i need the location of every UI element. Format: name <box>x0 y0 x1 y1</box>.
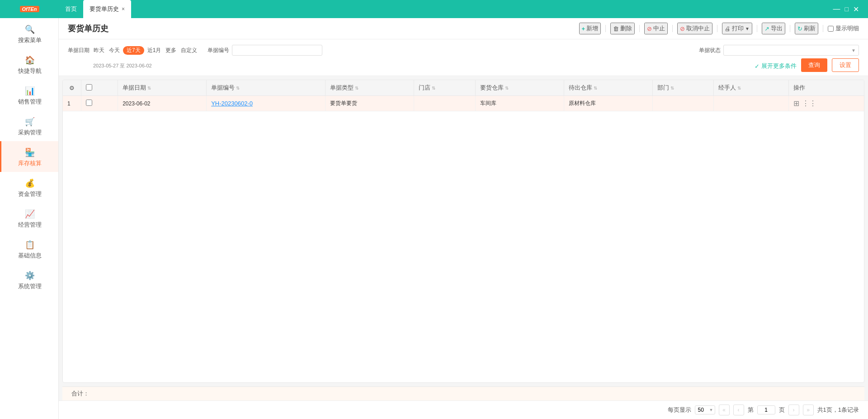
date-shortcut-today[interactable]: 今天 <box>108 46 121 55</box>
bill-no-filter-group: 单据编号 <box>208 45 322 56</box>
basic-info-icon: 📋 <box>25 240 35 250</box>
first-page-button[interactable]: « <box>719 405 730 415</box>
delete-button[interactable]: 🗑 删除 <box>610 23 635 34</box>
row-more-icon[interactable]: ⋮⋮ <box>802 99 816 108</box>
page-number-input[interactable] <box>757 405 775 414</box>
date-shortcut-more[interactable]: 更多 <box>164 46 178 55</box>
last-page-button[interactable]: » <box>803 405 814 415</box>
print-arrow-icon: ▼ <box>745 26 750 31</box>
minimize-icon[interactable]: — <box>833 5 840 13</box>
status-select-wrap: ▼ <box>723 45 859 56</box>
select-all-checkbox[interactable] <box>86 84 92 90</box>
th-bill-no[interactable]: 单据编号 ⇅ <box>207 80 326 96</box>
td-bill-type: 要货单要货 <box>326 96 414 111</box>
divider <box>672 25 673 32</box>
refresh-button[interactable]: ↻ 刷新 <box>795 23 818 34</box>
sidebar-item-label: 库存核算 <box>18 159 42 167</box>
sidebar-item-sales[interactable]: 📊 销售管理 <box>0 80 58 110</box>
query-button[interactable]: 查询 <box>801 58 827 72</box>
show-detail-toggle[interactable]: 显示明细 <box>828 24 859 33</box>
status-select[interactable] <box>724 45 859 55</box>
sidebar-item-label: 采购管理 <box>18 129 42 137</box>
main-table: ⚙ 单据日期 ⇅ 单据编号 <box>63 80 864 111</box>
date-shortcut-1month[interactable]: 近1月 <box>146 46 163 55</box>
th-store[interactable]: 门店 ⇅ <box>414 80 475 96</box>
sort-icon: ⇅ <box>594 86 597 90</box>
maximize-icon[interactable]: □ <box>845 5 849 13</box>
delete-icon: 🗑 <box>613 25 619 32</box>
td-ops: ⊞ ⋮⋮ <box>788 96 864 111</box>
sort-icon: ⇅ <box>355 86 359 90</box>
add-button[interactable]: + 新增 <box>579 23 601 34</box>
table-header-row: ⚙ 单据日期 ⇅ 单据编号 <box>63 80 864 96</box>
cancel-stop-button[interactable]: ⊘ 取消中止 <box>677 23 712 34</box>
th-ops: 操作 <box>788 80 864 96</box>
total-info: 共1页，1条记录 <box>817 406 859 414</box>
sort-icon: ⇅ <box>432 86 435 90</box>
bill-no-input[interactable] <box>232 45 322 56</box>
status-label: 单据状态 <box>699 47 721 54</box>
print-button[interactable]: 🖨 打印 ▼ <box>722 23 752 34</box>
prev-page-button[interactable]: ‹ <box>733 405 744 415</box>
sidebar-item-label: 经营管理 <box>18 221 42 229</box>
finance-icon: 💰 <box>25 178 35 188</box>
sidebar-item-label: 搜索菜单 <box>18 36 42 44</box>
stop-button[interactable]: ⊘ 中止 <box>644 23 668 34</box>
show-detail-checkbox[interactable] <box>828 26 834 32</box>
sidebar-item-inventory[interactable]: 🏪 库存核算 <box>0 141 58 172</box>
th-pending-warehouse[interactable]: 待出仓库 ⇅ <box>564 80 652 96</box>
th-date[interactable]: 单据日期 ⇅ <box>118 80 207 96</box>
refresh-icon: ↻ <box>797 25 802 32</box>
row-checkbox[interactable] <box>86 100 92 106</box>
sort-icon: ⇅ <box>670 86 674 90</box>
sort-icon: ⇅ <box>147 86 151 90</box>
settings-icon[interactable]: ⚙ <box>69 85 75 91</box>
th-bill-type[interactable]: 单据类型 ⇅ <box>326 80 414 96</box>
sidebar-item-label: 快捷导航 <box>18 67 42 75</box>
sales-icon: 📊 <box>25 86 35 96</box>
th-req-warehouse[interactable]: 要货仓库 ⇅ <box>475 80 564 96</box>
sidebar-item-operations[interactable]: 📈 经营管理 <box>0 203 58 233</box>
sidebar-item-search[interactable]: 🔍 搜索菜单 <box>0 18 58 49</box>
next-page-button[interactable]: › <box>788 405 799 415</box>
window-close-icon[interactable]: ✕ <box>853 5 859 14</box>
td-date: 2023-06-02 <box>118 96 207 111</box>
bill-no-label: 单据编号 <box>208 47 229 54</box>
table-row: 1 2023-06-02 YH-20230602-0 要货单要货 车间库 原材料… <box>63 96 864 111</box>
row-edit-icon[interactable]: ⊞ <box>793 99 799 108</box>
per-page-label: 每页显示 <box>668 406 691 414</box>
th-handler[interactable]: 经手人 ⇅ <box>713 80 788 96</box>
brand-name: OfTEn <box>20 6 39 12</box>
td-checkbox <box>81 96 118 111</box>
sidebar-item-label: 资金管理 <box>18 190 42 198</box>
date-shortcut-yesterday[interactable]: 昨天 <box>92 46 106 55</box>
tab-home[interactable]: 首页 <box>59 0 83 18</box>
sidebar-item-finance[interactable]: 💰 资金管理 <box>0 172 58 203</box>
per-page-select[interactable]: 20 50 100 200 <box>695 405 715 414</box>
sidebar-item-basic-info[interactable]: 📋 基础信息 <box>0 233 58 264</box>
sidebar-item-purchase[interactable]: 🛒 采购管理 <box>0 110 58 141</box>
td-dept <box>652 96 713 111</box>
export-button[interactable]: ↗ 导出 <box>762 23 785 34</box>
sidebar-item-label: 系统管理 <box>18 282 42 290</box>
sidebar-item-system[interactable]: ⚙️ 系统管理 <box>0 264 58 295</box>
th-dept[interactable]: 部门 ⇅ <box>652 80 713 96</box>
tab-requisition-history[interactable]: 要货单历史 × <box>83 0 131 18</box>
date-shortcut-custom[interactable]: 自定义 <box>179 46 198 55</box>
filter-area: 单据日期 昨天 今天 近7天 近1月 更多 自定义 单据编号 单据状态 <box>59 39 868 76</box>
settings-button[interactable]: 设置 <box>832 58 859 72</box>
bill-no-link[interactable]: YH-20230602-0 <box>211 100 253 107</box>
home-icon: 🏠 <box>25 55 35 65</box>
page-label: 第 <box>748 406 754 414</box>
close-tab-icon[interactable]: × <box>122 6 125 12</box>
td-store <box>414 96 475 111</box>
expand-more-button[interactable]: ✓ 展开更多条件 <box>755 62 797 70</box>
sidebar-item-shortcut[interactable]: 🏠 快捷导航 <box>0 49 58 80</box>
sidebar: 🔍 搜索菜单 🏠 快捷导航 📊 销售管理 🛒 采购管理 🏪 库存核算 💰 资金管… <box>0 18 59 419</box>
table-footer: 合计： <box>62 386 864 400</box>
th-settings[interactable]: ⚙ <box>63 80 81 96</box>
date-shortcut-7days[interactable]: 近7天 <box>123 46 144 55</box>
page-title: 要货单历史 <box>68 23 108 34</box>
td-req-warehouse: 车间库 <box>475 96 564 111</box>
sort-icon: ⇅ <box>236 86 240 90</box>
